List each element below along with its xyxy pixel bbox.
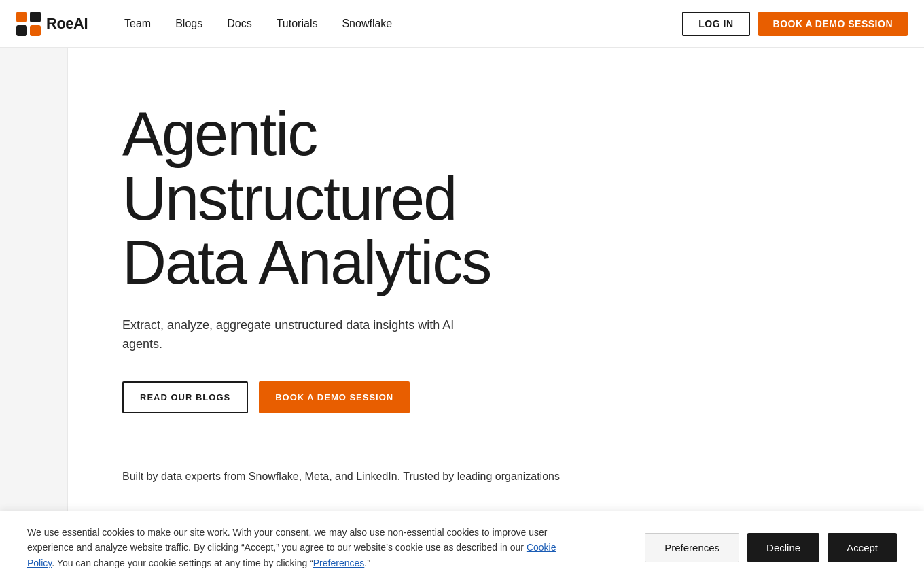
- svg-rect-1: [30, 12, 41, 22]
- preferences-inline-link[interactable]: Preferences: [313, 557, 364, 568]
- svg-rect-2: [16, 25, 27, 36]
- hero-title-line1: Agentic: [122, 100, 317, 168]
- cookie-buttons: Preferences Decline Accept: [645, 533, 897, 562]
- cookie-banner: We use essential cookies to make our sit…: [0, 511, 924, 584]
- cookie-text-part3: .”: [364, 557, 370, 568]
- book-demo-main-button[interactable]: BOOK A DEMO SESSION: [259, 381, 410, 413]
- svg-rect-3: [30, 25, 41, 36]
- preferences-button[interactable]: Preferences: [645, 533, 739, 562]
- hero-title: Agentic Unstructured Data Analytics: [122, 102, 883, 295]
- read-blogs-button[interactable]: READ OUR BLOGS: [122, 381, 248, 413]
- hero-subtitle: Extract, analyze, aggregate unstructured…: [122, 315, 489, 355]
- hero-title-line2: Unstructured: [122, 165, 456, 233]
- nav-blogs[interactable]: Blogs: [166, 14, 212, 34]
- nav-team[interactable]: Team: [115, 14, 160, 34]
- login-button[interactable]: LOG IN: [682, 12, 749, 36]
- hero-title-line3: Data Analytics: [122, 228, 491, 296]
- logo-icon: [16, 12, 41, 36]
- site-header: RoeAI Team Blogs Docs Tutorials Snowflak…: [0, 0, 924, 48]
- logo[interactable]: RoeAI: [16, 12, 88, 36]
- header-actions: LOG IN BOOK A DEMO SESSION: [682, 12, 908, 36]
- nav-tutorials[interactable]: Tutorials: [267, 14, 327, 34]
- nav-docs[interactable]: Docs: [217, 14, 261, 34]
- main-nav: Team Blogs Docs Tutorials Snowflake: [115, 14, 682, 34]
- cookie-text-part1: We use essential cookies to make our sit…: [27, 527, 547, 553]
- cookie-text-part2: . You can change your cookie settings at…: [52, 557, 313, 568]
- accept-button[interactable]: Accept: [828, 533, 897, 562]
- logo-text: RoeAI: [46, 15, 88, 33]
- book-demo-header-button[interactable]: BOOK A DEMO SESSION: [758, 12, 908, 36]
- decline-button[interactable]: Decline: [747, 533, 819, 562]
- hero-buttons: READ OUR BLOGS BOOK A DEMO SESSION: [122, 381, 883, 413]
- trust-text: Built by data experts from Snowflake, Me…: [122, 468, 666, 485]
- main-wrapper: Agentic Unstructured Data Analytics Extr…: [0, 0, 924, 584]
- cookie-text: We use essential cookies to make our sit…: [27, 525, 584, 570]
- svg-rect-0: [16, 12, 27, 22]
- left-sidebar: [0, 48, 68, 584]
- nav-snowflake[interactable]: Snowflake: [332, 14, 402, 34]
- content-area: Agentic Unstructured Data Analytics Extr…: [68, 48, 924, 584]
